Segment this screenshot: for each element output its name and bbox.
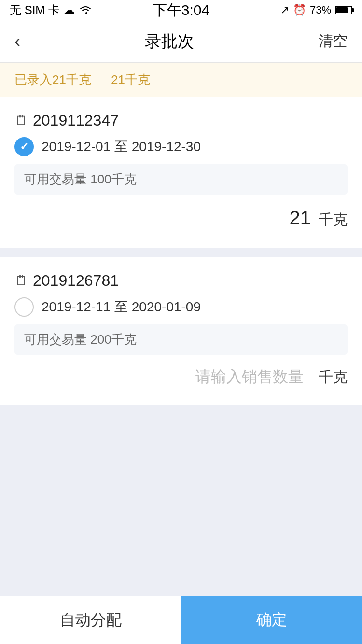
auto-distribute-button[interactable]: 自动分配 — [0, 596, 181, 644]
batch-1-radio[interactable] — [14, 137, 34, 156]
clear-button[interactable]: 清空 — [319, 31, 348, 51]
status-bar: 无 SIM 卡 ☁ 下午3:04 ↗ ⏰ 73% — [0, 0, 362, 20]
batch-2-header: 🗒 2019126781 — [14, 272, 348, 290]
batch-2-row[interactable]: 2019-12-11 至 2020-01-09 — [14, 297, 348, 317]
quantity-input-2[interactable] — [14, 368, 311, 386]
summary-divider — [101, 73, 101, 87]
confirm-button[interactable]: 确定 — [181, 596, 362, 644]
page-title: 录批次 — [145, 30, 194, 53]
batch-1-header: 🗒 2019112347 — [14, 112, 348, 129]
batch-2-divider — [14, 395, 348, 395]
status-left: 无 SIM 卡 ☁ — [10, 2, 92, 18]
batch-2-date: 2019-12-11 至 2020-01-09 — [42, 298, 201, 316]
batch-1-quantity: 21 — [290, 207, 311, 229]
status-time: 下午3:04 — [153, 0, 209, 20]
batch-2-icon: 🗒 — [14, 273, 28, 289]
batch-1-id: 2019112347 — [33, 112, 119, 129]
batch-card-1: 🗒 2019112347 2019-12-01 至 2019-12-30 可用交… — [0, 97, 362, 248]
location-icon: ↗ — [280, 4, 289, 16]
batch-2-id: 2019126781 — [33, 272, 119, 290]
alarm-icon: ⏰ — [293, 4, 306, 16]
batch-1-unit: 千克 — [319, 210, 348, 230]
batch-1-divider — [14, 238, 348, 238]
status-right: ↗ ⏰ 73% — [280, 4, 352, 16]
batch-1-date: 2019-12-01 至 2019-12-30 — [42, 138, 201, 156]
batch-2-unit: 千克 — [319, 367, 348, 387]
recorded-label: 已录入21千克 — [14, 71, 91, 88]
batch-card-2: 🗒 2019126781 2019-12-11 至 2020-01-09 可用交… — [0, 257, 362, 405]
bottom-bar: 自动分配 确定 — [0, 596, 362, 644]
sim-label: 无 SIM 卡 ☁ — [10, 2, 75, 18]
summary-bar: 已录入21千克 21千克 — [0, 63, 362, 97]
batch-2-radio[interactable] — [14, 297, 34, 317]
batch-1-icon: 🗒 — [14, 112, 28, 128]
batch-2-avail: 可用交易量 200千克 — [14, 324, 348, 355]
summary-value: 21千克 — [111, 71, 150, 88]
wifi-icon — [79, 5, 92, 15]
back-button[interactable]: ‹ — [14, 31, 20, 52]
batch-1-avail: 可用交易量 100千克 — [14, 164, 348, 195]
empty-area — [0, 405, 362, 617]
section-gap — [0, 248, 362, 257]
batch-2-input-row[interactable]: 千克 — [14, 363, 348, 395]
batch-1-quantity-row: 21 千克 — [14, 202, 348, 238]
battery-percent: 73% — [310, 4, 331, 16]
nav-bar: ‹ 录批次 清空 — [0, 20, 362, 63]
battery-icon — [335, 6, 352, 14]
batch-1-row[interactable]: 2019-12-01 至 2019-12-30 — [14, 137, 348, 156]
